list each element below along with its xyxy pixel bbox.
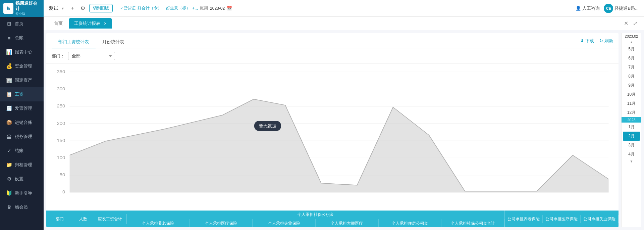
date-panel-up-arrow[interactable]: ▲ — [622, 40, 641, 45]
sidebar-icon-salary: 📋 — [6, 91, 12, 97]
date-month-11[interactable]: 11月 — [622, 99, 641, 108]
settings-button[interactable]: ⚙ — [79, 4, 87, 12]
refresh-icon: ↻ — [599, 38, 603, 43]
download-label: 下载 — [585, 38, 594, 44]
dept-select[interactable]: 全部 — [68, 52, 115, 60]
tab-home[interactable]: 首页 — [49, 18, 68, 29]
logo-icon: 畅 — [3, 3, 13, 14]
col-total-salary: 应发工资合计 — [93, 214, 127, 224]
sidebar-icon-funds: 💰 — [6, 63, 12, 69]
sidebar-label-salary: 工资 — [15, 91, 23, 97]
sidebar-item-funds[interactable]: 💰 资金管理 — [0, 59, 44, 73]
sidebar-icon-reports: 📊 — [6, 49, 12, 55]
logo-text-group: 畅康通好会计 专业版 — [15, 1, 40, 16]
user-name: 轻捷通B迅... — [614, 5, 639, 11]
sidebar-label-sales: 进销台账 — [15, 120, 32, 126]
date-month-5[interactable]: 5月 — [622, 45, 641, 54]
svg-text:100: 100 — [57, 155, 65, 160]
date-month-2[interactable]: 2月 — [623, 132, 640, 141]
ai-icon: 👤 — [576, 6, 581, 11]
sub-tab-dept[interactable]: 部门工资统计表 — [52, 36, 96, 48]
close-window-button[interactable]: ✕ — [623, 19, 630, 27]
sidebar-label-home: 首页 — [15, 21, 23, 27]
user-avatar-group[interactable]: CE 轻捷通B迅... — [604, 4, 639, 13]
topbar-status: ✓已认证 好会计（专） +好生意（标） +... 账期 2023-02 📅 — [120, 5, 232, 11]
sidebar-item-home[interactable]: ⊞ 首页 — [0, 17, 44, 31]
period-value: 2023-02 — [210, 6, 225, 11]
download-action[interactable]: ⬇ 下载 — [580, 38, 594, 44]
sidebar-item-vip[interactable]: ♛ 畅会员 — [0, 200, 44, 214]
date-month-9[interactable]: 9月 — [622, 81, 641, 90]
date-month-3[interactable]: 3月 — [622, 141, 641, 150]
sidebar-label-assets: 固定资产 — [15, 77, 32, 83]
toolbar: 部门： 全部 — [46, 48, 619, 64]
group-personal: 个人承担社保公积金 个人承担养老保险 个人承担医疗保险 个人承担失业保险 个人承… — [127, 211, 505, 227]
project-dropdown-arrow[interactable]: ▾ — [62, 6, 64, 11]
sidebar-item-archive[interactable]: 📁 归档管理 — [0, 158, 44, 172]
sidebar-icon-sales: 📦 — [6, 120, 12, 126]
expand-window-button[interactable]: ⤢ — [632, 19, 639, 27]
tabbar: 首页 工资统计报表 ✕ ✕ ⤢ — [44, 17, 644, 30]
sidebar-label-settle: 结账 — [15, 148, 23, 154]
sidebar-item-settle[interactable]: ✓ 结账 — [0, 144, 44, 158]
status-certified: ✓已认证 — [120, 5, 136, 11]
sidebar: 畅 畅康通好会计 专业版 ⊞ 首页 ≡ 总账 📊 报表中心 💰 资金管理 🏢 固… — [0, 0, 44, 230]
sidebar-item-assets[interactable]: 🏢 固定资产 — [0, 73, 44, 87]
add-button[interactable]: ＋ — [68, 4, 76, 12]
col-dept: 部门 — [46, 214, 73, 224]
content-area: 部门工资统计表 月份统计表 ⬇ 下载 ↻ 刷新 — [44, 30, 644, 230]
col-count: 人数 — [73, 214, 93, 224]
status-accounting: 好会计（专） — [138, 5, 162, 11]
dept-label: 部门： — [52, 53, 65, 59]
refresh-label: 刷新 — [604, 38, 613, 44]
sidebar-item-reports[interactable]: 📊 报表中心 — [0, 45, 44, 59]
svg-text:350: 350 — [57, 69, 65, 74]
sidebar-icon-tax: 🏛 — [6, 134, 12, 140]
col-personal-big-medical: 个人承担大额医疗 — [316, 219, 379, 228]
logo-badge: 专业版 — [15, 11, 40, 16]
date-month-10[interactable]: 10月 — [622, 90, 641, 99]
date-month-1[interactable]: 1月 — [622, 123, 641, 132]
date-month-6[interactable]: 6月 — [622, 54, 641, 63]
sidebar-icon-vip: ♛ — [6, 204, 12, 210]
date-panel-year-badge-2023[interactable]: 2023 — [622, 117, 641, 123]
sub-tab-monthly[interactable]: 月份统计表 — [96, 36, 131, 48]
date-month-4[interactable]: 4月 — [622, 150, 641, 159]
period-calendar-icon[interactable]: 📅 — [227, 6, 232, 11]
sidebar-nav: ⊞ 首页 ≡ 总账 📊 报表中心 💰 资金管理 🏢 固定资产 📋 工资 🧾 发票… — [0, 17, 44, 230]
sidebar-item-guide[interactable]: 🔰 新手引导 — [0, 186, 44, 200]
sidebar-label-ledger: 总账 — [15, 35, 23, 41]
tab-close-icon[interactable]: ✕ — [104, 21, 107, 26]
salary-chart: 350 300 250 200 150 100 50 0 — [52, 67, 613, 207]
col-personal-total: 个人承担社保公积金合计 — [441, 219, 504, 228]
sidebar-label-funds: 资金管理 — [15, 63, 32, 69]
date-panel: 2023.02 ▲ 5月 6月 7月 8月 9月 10月 11月 12月 202… — [621, 33, 641, 227]
sidebar-label-tax: 税务管理 — [15, 134, 32, 140]
svg-marker-16 — [70, 99, 609, 192]
date-month-12[interactable]: 12月 — [622, 108, 641, 117]
date-panel-down-arrow[interactable]: ▼ — [622, 159, 641, 164]
date-month-7[interactable]: 7月 — [622, 63, 641, 72]
svg-text:0: 0 — [62, 189, 65, 194]
ai-consult-button[interactable]: 👤 人工咨询 — [576, 5, 600, 11]
col-personal-medical: 个人承担医疗保险 — [190, 219, 253, 228]
sidebar-item-settings[interactable]: ⚙ 设置 — [0, 172, 44, 186]
sidebar-item-invoices[interactable]: 🧾 发票管理 — [0, 101, 44, 116]
sub-tab-monthly-label: 月份统计表 — [102, 39, 124, 44]
col-personal-housing: 个人承担住房公积金 — [379, 219, 442, 228]
switch-old-version-button[interactable]: 切到旧版 — [89, 4, 113, 12]
refresh-action[interactable]: ↻ 刷新 — [599, 38, 613, 44]
tab-salary-report[interactable]: 工资统计报表 ✕ — [69, 18, 112, 29]
logo-title: 畅康通好会计 — [15, 1, 40, 11]
sidebar-item-sales[interactable]: 📦 进销台账 — [0, 116, 44, 130]
svg-text:50: 50 — [60, 172, 65, 177]
col-company-medical: 公司承担医疗保险 — [543, 215, 581, 223]
topbar-right: 👤 人工咨询 CE 轻捷通B迅... — [576, 4, 639, 13]
topbar: 测试 ▾ ＋ ⚙ 切到旧版 ✓已认证 好会计（专） +好生意（标） +... 账… — [44, 0, 644, 17]
sidebar-logo: 畅 畅康通好会计 专业版 — [0, 0, 44, 17]
sidebar-item-ledger[interactable]: ≡ 总账 — [0, 31, 44, 45]
sidebar-item-tax[interactable]: 🏛 税务管理 — [0, 130, 44, 144]
sidebar-item-salary[interactable]: 📋 工资 — [0, 87, 44, 101]
sub-tab-dept-label: 部门工资统计表 — [58, 39, 89, 44]
date-month-8[interactable]: 8月 — [622, 72, 641, 81]
